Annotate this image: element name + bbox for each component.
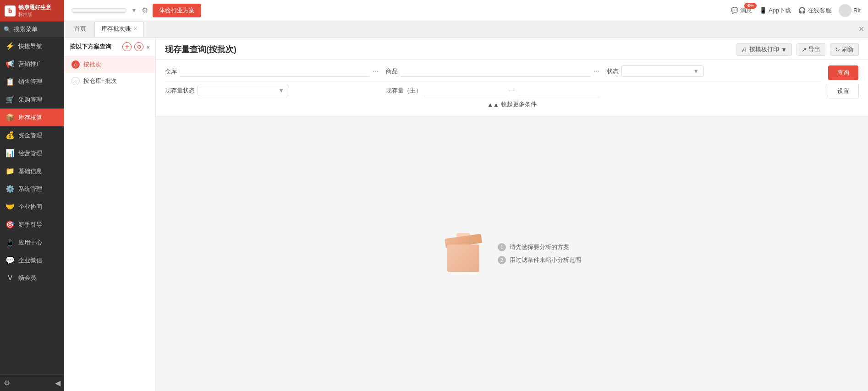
user-menu[interactable]: Rit xyxy=(839,4,861,17)
print-button[interactable]: 🖨 按模板打印 ▼ xyxy=(736,43,792,56)
sidebar-item-corp-wechat[interactable]: 💬 企业微信 xyxy=(0,251,64,269)
product-field: 商品 ··· xyxy=(386,66,599,77)
nav-label-finance: 资金管理 xyxy=(18,131,42,140)
collapse-panel-icon[interactable]: « xyxy=(146,43,150,50)
settings-button[interactable]: 设置 xyxy=(828,84,859,98)
sidebar-item-purchase[interactable]: 🛒 采购管理 xyxy=(0,91,64,109)
filter-row-1: 仓库 ··· 商品 ··· 状态 xyxy=(165,65,820,77)
trial-button[interactable]: 体验行业方案 xyxy=(153,4,201,17)
status-field: 状态 ▼ xyxy=(607,65,820,77)
page-title-actions: 🖨 按模板打印 ▼ ↗ 导出 ↻ 刷新 xyxy=(736,43,859,56)
status-select[interactable]: ▼ xyxy=(621,65,704,77)
topbar-chevron-icon[interactable]: ▼ xyxy=(131,7,137,14)
user-avatar xyxy=(839,4,852,17)
empty-illustration xyxy=(443,235,484,272)
page-title-bar: 现存量查询(按批次) 🖨 按模板打印 ▼ ↗ 导出 ↻ 刷新 xyxy=(156,38,868,60)
empty-step-2: 2 用过滤条件来缩小分析范围 xyxy=(498,256,581,264)
collapse-up-icon: ▲▲ xyxy=(487,101,499,108)
box-body-decor xyxy=(447,244,479,272)
app-download-label: App下载 xyxy=(769,6,791,15)
sidebar-item-finance[interactable]: 💰 资金管理 xyxy=(0,126,64,144)
plan-active-icon: ⊙ xyxy=(71,60,80,69)
user-name: Rit xyxy=(853,7,861,14)
refresh-button[interactable]: ↻ 刷新 xyxy=(830,43,859,56)
status-chevron-icon: ▼ xyxy=(693,68,699,75)
empty-step-1-text: 请先选择要分析的方案 xyxy=(510,243,569,251)
tab-bar: 首页 库存批次账 × ✕ xyxy=(64,21,868,38)
nav-label-member: 畅会员 xyxy=(18,274,36,282)
sidebar-item-quick-nav[interactable]: ⚡ 快捷导航 xyxy=(0,37,64,55)
nav-icon-sales: 📋 xyxy=(5,77,15,86)
content-area: 按以下方案查询 + ⊙ « ⊙ 按批次 ○ 按仓库+批次 xyxy=(64,38,868,391)
inventory-amount-from[interactable] xyxy=(424,85,506,96)
messages-button[interactable]: 💬 消息 99+ xyxy=(731,6,752,15)
collapse-more-label: 收起更多条件 xyxy=(501,100,537,109)
export-button[interactable]: ↗ 导出 xyxy=(797,43,825,56)
inventory-amount-field: 现存量（主） — xyxy=(386,85,599,96)
product-dots[interactable]: ··· xyxy=(593,67,599,76)
inventory-amount-label: 现存量（主） xyxy=(386,87,422,95)
sidebar-header: b 畅康通好生意 标准版 xyxy=(0,0,64,22)
right-panel: 现存量查询(按批次) 🖨 按模板打印 ▼ ↗ 导出 ↻ 刷新 xyxy=(156,38,868,391)
nav-label-operations: 经营管理 xyxy=(18,149,42,157)
panel-close-button[interactable]: ✕ xyxy=(858,25,864,33)
online-support-button[interactable]: 🎧 在线客服 xyxy=(798,6,831,15)
sidebar-version: 标准版 xyxy=(18,11,51,18)
collapse-more-button[interactable]: ▲▲ 收起更多条件 xyxy=(165,98,859,110)
sidebar-item-basic-info[interactable]: 📁 基础信息 xyxy=(0,162,64,180)
nav-label-corp-wechat: 企业微信 xyxy=(18,256,42,265)
product-input[interactable] xyxy=(401,66,591,77)
product-label: 商品 xyxy=(386,67,398,76)
settings-icon[interactable]: ⚙ xyxy=(4,379,10,387)
sidebar-item-inventory[interactable]: 📦 库存核算 xyxy=(0,109,64,126)
nav-label-app-center: 应用中心 xyxy=(18,239,42,247)
sidebar-item-app-center[interactable]: 📱 应用中心 xyxy=(0,234,64,251)
sidebar-item-new-guide[interactable]: 🎯 新手引导 xyxy=(0,216,64,234)
sidebar-search-label: 搜索菜单 xyxy=(14,25,38,33)
sidebar-item-system[interactable]: ⚙️ 系统管理 xyxy=(0,180,64,198)
nav-label-marketing: 营销推广 xyxy=(18,60,42,68)
nav-label-purchase: 采购管理 xyxy=(18,96,42,104)
sidebar-item-enterprise[interactable]: 🤝 企业协同 xyxy=(0,198,64,216)
sidebar-item-operations[interactable]: 📊 经营管理 xyxy=(0,144,64,162)
add-plan-button[interactable]: + xyxy=(122,42,132,51)
inventory-amount-to[interactable] xyxy=(518,85,600,96)
warehouse-input[interactable] xyxy=(180,66,370,77)
sidebar-search[interactable]: 🔍 搜索菜单 xyxy=(0,22,64,37)
empty-state: 1 请先选择要分析的方案 2 用过滤条件来缩小分析范围 xyxy=(156,116,868,391)
sidebar-item-marketing[interactable]: 📢 营销推广 xyxy=(0,55,64,73)
nav-label-new-guide: 新手引导 xyxy=(18,221,42,229)
collapse-sidebar-icon[interactable]: ◀ xyxy=(55,379,60,387)
inventory-status-select[interactable]: ▼ xyxy=(198,85,289,96)
sidebar-company: 畅康通好生意 xyxy=(18,4,51,11)
app-download-button[interactable]: 📱 App下载 xyxy=(759,6,791,15)
sidebar-footer: ⚙ ◀ xyxy=(0,375,64,391)
plan-label-by-batch: 按批次 xyxy=(83,60,101,69)
topbar-settings-icon[interactable]: ⚙ xyxy=(142,6,148,15)
sidebar-item-sales[interactable]: 📋 销售管理 xyxy=(0,73,64,91)
sidebar: b 畅康通好生意 标准版 🔍 搜索菜单 ⚡ 快捷导航 📢 营销推广 📋 销售管理… xyxy=(0,0,64,391)
topbar-search-box[interactable] xyxy=(71,8,126,13)
nav-icon-new-guide: 🎯 xyxy=(5,220,15,229)
left-panel-title: 按以下方案查询 xyxy=(70,43,111,51)
message-icon: 💬 xyxy=(731,7,738,14)
nav-label-quick-nav: 快捷导航 xyxy=(18,42,42,50)
tab-inventory-batch[interactable]: 库存批次账 × xyxy=(94,22,144,37)
filter-row-2: 现存量状态 ▼ 现存量（主） — xyxy=(165,85,820,96)
warehouse-dots[interactable]: ··· xyxy=(373,67,379,76)
plan-item-by-warehouse-batch[interactable]: ○ 按仓库+批次 xyxy=(64,73,155,89)
nav-label-basic-info: 基础信息 xyxy=(18,167,42,175)
nav-icon-finance: 💰 xyxy=(5,131,15,140)
nav-icon-app-center: 📱 xyxy=(5,238,15,247)
tab-home[interactable]: 首页 xyxy=(68,21,93,38)
app-icon: 📱 xyxy=(759,7,767,14)
inventory-status-label: 现存量状态 xyxy=(165,87,195,95)
tab-active-label: 库存批次账 xyxy=(101,25,131,33)
sidebar-item-member[interactable]: V 畅会员 xyxy=(0,269,64,287)
plan-settings-button[interactable]: ⊙ xyxy=(134,42,143,51)
plan-list: ⊙ 按批次 ○ 按仓库+批次 xyxy=(64,56,155,89)
plan-item-by-batch[interactable]: ⊙ 按批次 xyxy=(64,56,155,73)
query-button[interactable]: 查询 xyxy=(828,65,858,80)
nav-icon-purchase: 🛒 xyxy=(5,95,15,104)
tab-close-icon[interactable]: × xyxy=(134,26,137,32)
